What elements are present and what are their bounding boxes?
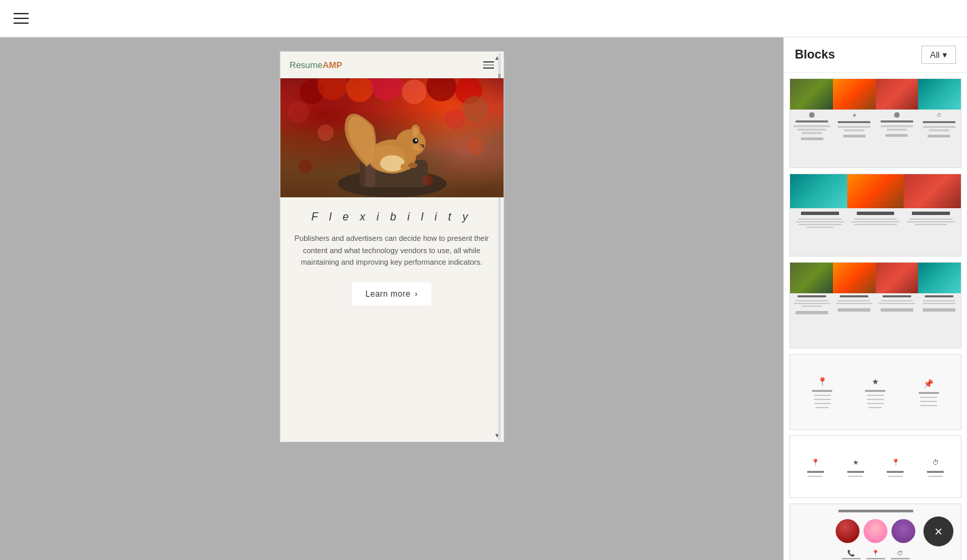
logo-amp-text: AMP — [323, 60, 342, 70]
filter-label: All — [930, 50, 940, 60]
flower-pink — [864, 519, 887, 543]
social-images — [836, 519, 915, 543]
svg-point-32 — [422, 175, 433, 186]
svg-point-25 — [380, 155, 404, 171]
svg-point-12 — [462, 96, 488, 122]
block-card-4[interactable]: 📍 ★ — [789, 354, 962, 430]
svg-point-23 — [412, 144, 423, 151]
section-description: Publishers and advertisers can decide ho… — [291, 233, 493, 269]
social-title-line — [838, 510, 913, 512]
mobile-nav: ResumeAMP — [280, 52, 504, 78]
contact-hours: ⏱ — [891, 550, 910, 560]
main-area: ▲ ▼ ResumeAMP — [0, 37, 967, 560]
hamburger-menu-button[interactable] — [14, 13, 29, 24]
star-icon: ★ — [870, 376, 881, 387]
icon-col-res: ⏱ — [927, 457, 944, 477]
mobile-text-body: F l e x i b i l i t y Publishers and adv… — [280, 197, 504, 319]
clock-icon: ⏱ — [930, 457, 941, 468]
block-card-5[interactable]: 📍 ★ 📍 ⏱ — [789, 435, 962, 498]
icon-col-perf: 📍 — [807, 457, 824, 477]
blocks-title: Blocks — [795, 48, 835, 62]
block-preview-4: 📍 ★ — [790, 355, 961, 429]
mobile-hero-image — [280, 78, 504, 197]
pin2-icon: 📍 — [890, 457, 901, 468]
blocks-list: ★ — [784, 73, 967, 560]
block-card-2[interactable] — [789, 174, 962, 257]
location-icon: 📍 — [817, 376, 827, 387]
loc-icon: 📍 — [810, 457, 821, 468]
learn-more-arrow: › — [414, 289, 418, 299]
contact-phone: 📞 — [842, 550, 861, 560]
pin-icon: 📌 — [923, 378, 934, 389]
close-button[interactable]: × — [923, 516, 953, 546]
block-preview-2 — [790, 174, 961, 256]
block-preview-5: 📍 ★ 📍 ⏱ — [790, 436, 961, 497]
mobile-logo: ResumeAMP — [290, 60, 342, 70]
blocks-header: Blocks All ▾ — [784, 37, 967, 73]
topbar-left — [14, 13, 29, 24]
social-contacts-row: 📞 📍 ⏱ — [842, 550, 910, 560]
svg-point-27 — [408, 163, 417, 168]
flower-mushroom — [836, 519, 859, 543]
close-icon: × — [934, 524, 943, 540]
logo-resume-text: Resume — [290, 60, 323, 70]
block-card-1[interactable]: ★ — [789, 78, 962, 168]
filter-arrow-icon: ▾ — [943, 50, 947, 60]
svg-point-29 — [444, 109, 465, 129]
svg-point-21 — [415, 139, 417, 142]
preview-area: ▲ ▼ ResumeAMP — [0, 37, 783, 560]
block-preview-3 — [790, 263, 961, 348]
svg-point-28 — [317, 125, 333, 141]
block-preview-1: ★ — [790, 79, 961, 167]
contact-address: 📍 — [866, 550, 885, 560]
svg-point-19 — [412, 127, 418, 137]
learn-more-button[interactable]: Learn more › — [352, 282, 431, 306]
icon-col-eng: ★ — [847, 457, 864, 477]
learn-more-label: Learn more — [365, 289, 410, 299]
flower-purple — [891, 519, 915, 543]
icon-col-flexibility: 📌 — [919, 378, 939, 406]
svg-point-8 — [401, 80, 426, 104]
blocks-panel: Blocks All ▾ — [783, 37, 967, 560]
mobile-content: ResumeAMP — [280, 52, 504, 442]
svg-point-9 — [426, 78, 456, 101]
star2-icon: ★ — [850, 457, 861, 468]
blocks-filter-button[interactable]: All ▾ — [921, 46, 956, 64]
icon-col-flex: 📍 — [887, 457, 904, 477]
svg-point-7 — [370, 78, 404, 101]
block-card-3[interactable] — [789, 262, 962, 348]
svg-point-6 — [346, 78, 373, 102]
icon-col-performance: 📍 — [812, 376, 832, 408]
icon-col-engagements: ★ — [865, 376, 885, 408]
svg-point-11 — [287, 101, 309, 123]
svg-point-31 — [466, 137, 484, 155]
svg-point-30 — [298, 160, 312, 174]
topbar — [0, 0, 967, 37]
mobile-preview-frame: ▲ ▼ ResumeAMP — [280, 51, 504, 442]
mobile-hamburger-icon[interactable] — [483, 61, 494, 69]
section-title: F l e x i b i l i t y — [291, 211, 493, 223]
